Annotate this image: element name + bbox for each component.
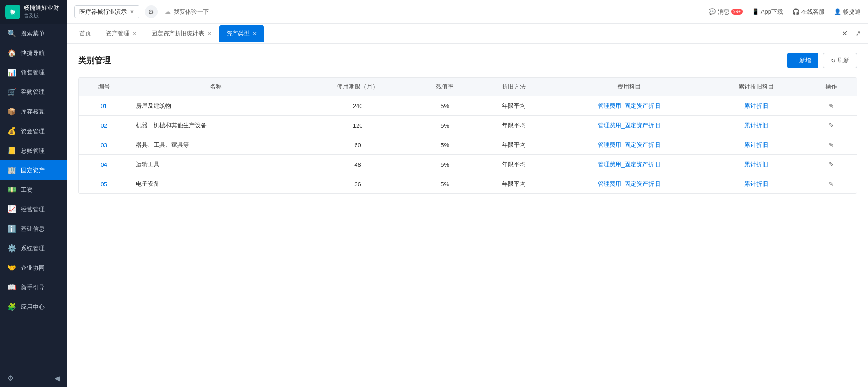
chevron-down-icon: ▼ <box>129 9 134 15</box>
col-depreciation-method: 折旧方法 <box>476 78 551 96</box>
sidebar-item-enterprise[interactable]: 🤝 企业协同 <box>0 258 67 278</box>
sidebar-item-label: 资金管理 <box>21 127 45 135</box>
sidebar-item-search[interactable]: 🔍 搜索菜单 <box>0 24 67 43</box>
col-expense-subject: 费用科目 <box>551 78 706 96</box>
sidebar-item-basic-info[interactable]: ℹ️ 基础信息 <box>0 219 67 238</box>
edit-button[interactable]: ✎ <box>806 155 857 174</box>
company-selector[interactable]: 医疗器械行业演示 ▼ <box>74 5 139 18</box>
data-table: 编号 名称 使用期限（月） 残值率 折旧方法 费用科目 累计折旧科目 操作 01… <box>78 77 857 194</box>
app-center-icon: 🧩 <box>7 303 16 311</box>
cell-name: 电子设备 <box>129 174 302 194</box>
cell-residual-rate: 5% <box>413 116 476 135</box>
app-download-button[interactable]: 📱 App下载 <box>752 8 783 16</box>
window-expand-icon[interactable]: ⤢ <box>853 27 863 40</box>
tab-label: 首页 <box>79 30 91 38</box>
customer-service-button[interactable]: 🎧 在线客服 <box>792 8 825 16</box>
edit-button[interactable]: ✎ <box>806 174 857 194</box>
col-name: 名称 <box>129 78 302 96</box>
tab-home[interactable]: 首页 <box>73 25 98 42</box>
customer-service-label: 在线客服 <box>801 8 825 16</box>
sidebar-item-sales[interactable]: 📊 销售管理 <box>0 63 67 82</box>
topbar: 医疗器械行业演示 ▼ ⚙ ☁ 我要体验一下 💬 消息 99+ 📱 App下载 🎧… <box>67 0 868 24</box>
sidebar-item-label: 快捷导航 <box>21 49 45 57</box>
cell-expense-subject: 管理费用_固定资产折旧 <box>551 96 706 116</box>
window-close-icon[interactable]: ✕ <box>840 27 849 40</box>
tab-asset-mgmt[interactable]: 资产管理 ✕ <box>99 25 144 42</box>
sidebar-item-fixed-assets[interactable]: 🏢 固定资产 <box>0 160 67 180</box>
edit-button[interactable]: ✎ <box>806 96 857 116</box>
sidebar-item-payroll[interactable]: 💵 工资 <box>0 180 67 199</box>
user-avatar-button[interactable]: 👤 畅捷通 <box>834 8 861 16</box>
tab-label: 固定资产折旧统计表 <box>151 30 204 38</box>
sidebar-item-label: 新手引导 <box>21 283 45 292</box>
sales-icon: 📊 <box>7 68 16 77</box>
cell-expense-subject: 管理费用_固定资产折旧 <box>551 155 706 174</box>
experience-button[interactable]: ☁ 我要体验一下 <box>165 8 209 16</box>
tabs-bar: 首页 资产管理 ✕ 固定资产折旧统计表 ✕ 资产类型 ✕ ✕ ⤢ <box>67 24 868 44</box>
sidebar-item-label: 经营管理 <box>21 205 45 213</box>
sidebar-item-quick-nav[interactable]: 🏠 快捷导航 <box>0 43 67 63</box>
sidebar-logo: 畅 畅捷通好业财 普及版 <box>0 0 67 24</box>
sidebar-item-operations[interactable]: 📈 经营管理 <box>0 199 67 219</box>
col-code: 编号 <box>79 78 129 96</box>
sidebar-item-ledger[interactable]: 📒 总账管理 <box>0 141 67 160</box>
table-row: 04 运输工具 48 5% 年限平均 管理费用_固定资产折旧 累计折旧 ✎ <box>79 155 857 174</box>
sidebar-item-purchase[interactable]: 🛒 采购管理 <box>0 82 67 102</box>
sidebar: 畅 畅捷通好业财 普及版 🔍 搜索菜单 🏠 快捷导航 📊 销售管理 🛒 采购管理… <box>0 0 67 387</box>
settings-icon[interactable]: ⚙ <box>7 374 14 382</box>
sidebar-item-funds[interactable]: 💰 资金管理 <box>0 121 67 141</box>
content-area: 类别管理 + 新增 ↻ 刷新 编号 名称 使用期限（月） 残值率 折旧方法 <box>67 44 868 387</box>
tab-close-icon[interactable]: ✕ <box>253 31 257 36</box>
cell-useful-life: 120 <box>302 116 414 135</box>
sidebar-item-label: 总账管理 <box>21 147 45 155</box>
cell-name: 机器、机械和其他生产设备 <box>129 116 302 135</box>
sidebar-item-label: 应用中心 <box>21 303 45 311</box>
gear-icon: ⚙ <box>148 8 154 15</box>
cell-residual-rate: 5% <box>413 155 476 174</box>
tab-close-icon[interactable]: ✕ <box>207 31 212 36</box>
inventory-icon: 📦 <box>7 107 16 116</box>
tab-label: 资产类型 <box>226 30 250 38</box>
operations-icon: 📈 <box>7 205 16 213</box>
cell-useful-life: 240 <box>302 96 414 116</box>
cell-residual-rate: 5% <box>413 174 476 194</box>
settings-button[interactable]: ⚙ <box>145 5 158 18</box>
collapse-icon[interactable]: ◀ <box>55 374 60 382</box>
cell-code: 03 <box>79 135 129 155</box>
main-area: 医疗器械行业演示 ▼ ⚙ ☁ 我要体验一下 💬 消息 99+ 📱 App下载 🎧… <box>67 0 868 387</box>
cell-expense-subject: 管理费用_固定资产折旧 <box>551 174 706 194</box>
sidebar-item-beginner[interactable]: 📖 新手引导 <box>0 278 67 297</box>
edit-button[interactable]: ✎ <box>806 116 857 135</box>
sidebar-item-label: 库存核算 <box>21 108 45 116</box>
col-residual-rate: 残值率 <box>413 78 476 96</box>
refresh-button[interactable]: ↻ 刷新 <box>823 53 857 68</box>
message-icon: 💬 <box>709 8 716 15</box>
header-actions: + 新增 ↻ 刷新 <box>787 53 857 68</box>
cell-name: 房屋及建筑物 <box>129 96 302 116</box>
tab-asset-type[interactable]: 资产类型 ✕ <box>219 25 264 42</box>
phone-icon: 📱 <box>752 8 759 15</box>
cell-depreciation-method: 年限平均 <box>476 116 551 135</box>
cell-residual-rate: 5% <box>413 96 476 116</box>
cell-expense-subject: 管理费用_固定资产折旧 <box>551 116 706 135</box>
edit-button[interactable]: ✎ <box>806 135 857 155</box>
cell-name: 运输工具 <box>129 155 302 174</box>
cell-depreciation-method: 年限平均 <box>476 174 551 194</box>
sidebar-item-inventory[interactable]: 📦 库存核算 <box>0 102 67 121</box>
sidebar-item-label: 企业协同 <box>21 264 45 272</box>
cell-depreciation-method: 年限平均 <box>476 135 551 155</box>
sidebar-item-system[interactable]: ⚙️ 系统管理 <box>0 238 67 258</box>
system-icon: ⚙️ <box>7 244 16 253</box>
headset-icon: 🎧 <box>792 8 799 15</box>
tab-depreciation-table[interactable]: 固定资产折旧统计表 ✕ <box>144 25 218 42</box>
topbar-right: 💬 消息 99+ 📱 App下载 🎧 在线客服 👤 畅捷通 <box>709 8 861 16</box>
avatar-icon: 👤 <box>834 8 841 15</box>
new-button[interactable]: + 新增 <box>787 53 818 68</box>
message-button[interactable]: 💬 消息 99+ <box>709 8 743 16</box>
cell-accumulated-subject: 累计折旧 <box>706 174 806 194</box>
tab-close-icon[interactable]: ✕ <box>132 31 137 36</box>
tab-label: 资产管理 <box>106 30 129 38</box>
refresh-icon: ↻ <box>831 57 836 64</box>
sidebar-item-app-center[interactable]: 🧩 应用中心 <box>0 297 67 317</box>
table-header-row: 编号 名称 使用期限（月） 残值率 折旧方法 费用科目 累计折旧科目 操作 <box>79 78 857 96</box>
